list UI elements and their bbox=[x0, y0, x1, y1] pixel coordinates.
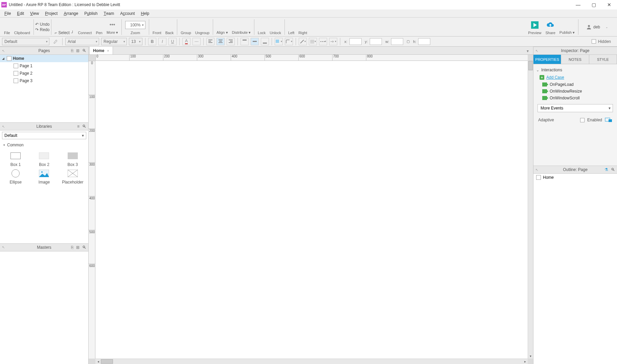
back-button[interactable]: Back bbox=[163, 18, 176, 37]
lib-section-common[interactable]: Common bbox=[0, 141, 88, 149]
front-button[interactable]: Front bbox=[151, 18, 163, 37]
x-input[interactable] bbox=[349, 38, 362, 45]
corner-button[interactable]: ▾ bbox=[285, 38, 293, 45]
zoom-combo[interactable]: 100% bbox=[125, 21, 145, 29]
lib-box2[interactable]: Box 2 bbox=[30, 152, 58, 167]
valign-mid-button[interactable] bbox=[251, 38, 259, 45]
ungroup-button[interactable]: Ungroup bbox=[193, 18, 211, 37]
size-combo[interactable]: 13 bbox=[129, 38, 142, 45]
lib-image[interactable]: Image bbox=[30, 170, 58, 185]
align-right-button[interactable] bbox=[227, 38, 235, 45]
align-left-button[interactable] bbox=[206, 38, 214, 45]
filter-icon[interactable]: ⚗ bbox=[604, 167, 608, 172]
more-tool[interactable]: ••• More ▾ bbox=[105, 18, 120, 37]
search-icon[interactable]: 🔍︎ bbox=[82, 124, 86, 129]
lib-ellipse[interactable]: Ellipse bbox=[1, 170, 30, 185]
page-1[interactable]: Page 1 bbox=[0, 62, 88, 70]
event-onpageload[interactable]: OnPageLoad bbox=[536, 81, 614, 88]
zoom-group[interactable]: 100% Zoom bbox=[123, 18, 147, 37]
share-button[interactable]: Share bbox=[543, 18, 557, 37]
event-onwindowresize[interactable]: OnWindowResize bbox=[536, 88, 614, 95]
left-button[interactable]: Left bbox=[286, 18, 296, 37]
event-onwindowscroll[interactable]: OnWindowScroll bbox=[536, 95, 614, 101]
search-icon[interactable]: 🔍︎ bbox=[611, 167, 615, 172]
pin-icon[interactable]: ↖ bbox=[535, 168, 538, 172]
distribute-button[interactable]: Distribute ▾ bbox=[230, 18, 253, 37]
lib-box1[interactable]: Box 1 bbox=[1, 152, 30, 167]
pen-tool[interactable]: Pen bbox=[94, 18, 105, 37]
add-folder-icon[interactable]: ⎘ bbox=[71, 245, 73, 250]
align-button[interactable]: Align ▾ bbox=[214, 18, 230, 37]
w-input[interactable] bbox=[391, 38, 403, 45]
interactions-section[interactable]: Interactions bbox=[536, 66, 614, 74]
select-tool[interactable]: ⌐Select┘ bbox=[53, 18, 76, 37]
tab-style[interactable]: STYLE bbox=[589, 55, 617, 64]
add-master-icon[interactable]: ⊞ bbox=[76, 245, 79, 250]
scrollbar-vertical[interactable]: ▾ bbox=[528, 61, 533, 359]
pin-icon[interactable]: ↖ bbox=[535, 49, 538, 53]
more-text-button[interactable]: ⋯ bbox=[192, 38, 201, 45]
add-page-icon[interactable]: ⊞ bbox=[76, 48, 79, 53]
adaptive-icon[interactable] bbox=[605, 118, 612, 122]
search-icon[interactable]: 🔍︎ bbox=[82, 245, 86, 250]
close-button[interactable]: ✕ bbox=[601, 0, 617, 9]
library-select[interactable]: Default bbox=[2, 132, 86, 139]
menu-edit[interactable]: Edit bbox=[14, 10, 27, 17]
lib-placeholder[interactable]: Placeholder bbox=[59, 170, 87, 185]
group-button[interactable]: Group bbox=[179, 18, 193, 37]
page-2[interactable]: Page 2 bbox=[0, 70, 88, 77]
weight-combo[interactable]: Regular bbox=[101, 38, 127, 45]
valign-top-button[interactable] bbox=[241, 38, 249, 45]
y-input[interactable] bbox=[370, 38, 382, 45]
menu-team[interactable]: Team bbox=[101, 10, 117, 17]
tab-dropdown[interactable]: ▾ bbox=[524, 48, 531, 54]
menu-account[interactable]: Account bbox=[117, 10, 138, 17]
connect-tool[interactable]: Connect bbox=[76, 18, 94, 37]
line-color-button[interactable]: ▾ bbox=[299, 38, 307, 45]
redo-button[interactable]: ↷Redo bbox=[35, 27, 50, 32]
fill-button[interactable]: ▾ bbox=[275, 38, 283, 45]
right-button[interactable]: Right bbox=[296, 18, 309, 37]
style-combo[interactable]: Default bbox=[2, 38, 49, 45]
h-input[interactable] bbox=[418, 38, 430, 45]
menu-project[interactable]: Project bbox=[42, 10, 61, 17]
hidden-checkbox[interactable]: Hidden bbox=[592, 39, 611, 44]
enabled-checkbox[interactable] bbox=[580, 118, 585, 122]
outline-home[interactable]: Home bbox=[533, 174, 617, 181]
close-tab-icon[interactable]: × bbox=[107, 49, 109, 53]
line-style-button[interactable]: ▾ bbox=[319, 38, 327, 45]
text-color-button[interactable]: A bbox=[182, 38, 190, 45]
menu-icon[interactable]: ≡ bbox=[77, 124, 79, 129]
clipboard-group[interactable]: Clipboard bbox=[12, 18, 32, 37]
font-combo[interactable]: Arial bbox=[65, 38, 99, 45]
arrow-button[interactable]: ▾ bbox=[329, 38, 337, 45]
pin-icon[interactable]: ↖ bbox=[2, 49, 5, 53]
preview-button[interactable]: Preview bbox=[526, 18, 543, 37]
maximize-button[interactable]: ▢ bbox=[586, 0, 601, 9]
add-folder-icon[interactable]: ⎘ bbox=[71, 48, 73, 53]
menu-arrange[interactable]: Arrange bbox=[61, 10, 81, 17]
file-group[interactable]: File bbox=[2, 18, 12, 37]
menu-help[interactable]: Help bbox=[138, 10, 153, 17]
menu-file[interactable]: FFileile bbox=[1, 10, 14, 17]
minimize-button[interactable]: — bbox=[570, 0, 586, 9]
user-menu[interactable]: deb ⌄ bbox=[580, 25, 615, 29]
lock-button[interactable]: Lock bbox=[256, 18, 268, 37]
valign-bot-button[interactable] bbox=[261, 38, 269, 45]
pin-icon[interactable]: ↖ bbox=[2, 125, 5, 128]
lib-box3[interactable]: Box 3 bbox=[59, 152, 87, 167]
line-weight-button[interactable]: ▾ bbox=[309, 38, 317, 45]
bold-button[interactable]: B bbox=[148, 38, 156, 45]
italic-button[interactable]: I bbox=[158, 38, 166, 45]
menu-view[interactable]: View bbox=[27, 10, 42, 17]
page-home[interactable]: ◢Home bbox=[0, 55, 88, 62]
tab-properties[interactable]: PROPERTIES bbox=[533, 55, 561, 64]
unlock-button[interactable]: Unlock bbox=[268, 18, 283, 37]
tab-notes[interactable]: NOTES bbox=[561, 55, 589, 64]
page-3[interactable]: Page 3 bbox=[0, 77, 88, 84]
align-center-button[interactable] bbox=[216, 38, 225, 45]
scrollbar-horizontal[interactable]: ◂▸ bbox=[95, 359, 528, 364]
tab-home[interactable]: Home× bbox=[89, 47, 113, 54]
more-events-combo[interactable]: More Events bbox=[538, 104, 613, 112]
publish-button[interactable]: Publish ▾ bbox=[557, 18, 577, 37]
